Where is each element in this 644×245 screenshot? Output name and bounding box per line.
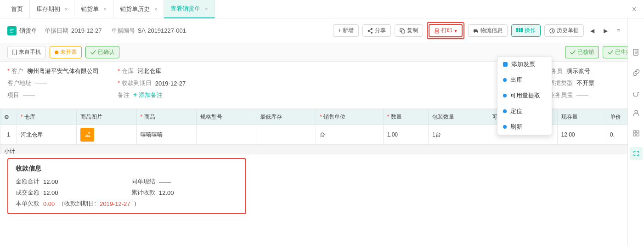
svg-rect-6 bbox=[516, 28, 518, 30]
subtotal-row: 小计 bbox=[0, 145, 644, 155]
from-phone-label: 来自手机 bbox=[19, 48, 41, 56]
doc-title-area: 销货单 bbox=[7, 26, 37, 35]
cumulative-payment-label: 累计收款 bbox=[131, 188, 155, 197]
dropdown-refresh[interactable]: 刷新 bbox=[497, 119, 552, 135]
project-field: 项目 —— bbox=[7, 91, 99, 99]
row-min-stock bbox=[256, 125, 316, 145]
doc-number-item: 单据编号 SA-20191227-001 bbox=[111, 27, 186, 35]
doc-type-label: 销货单 bbox=[19, 27, 37, 35]
dropdown-menu: 添加发票 出库 可用量提取 定位 刷新 bbox=[497, 56, 552, 135]
current-arrears-label: 本单欠款 bbox=[16, 199, 40, 208]
col-settings[interactable]: ⚙ bbox=[0, 109, 17, 125]
tab-check-sales-close[interactable]: × bbox=[205, 6, 208, 11]
tab-home[interactable]: 首页 bbox=[5, 0, 30, 18]
payment-section-title: 收款信息 bbox=[16, 165, 238, 173]
history-label: 历史单据 bbox=[557, 27, 579, 34]
sidebar-link-icon[interactable] bbox=[630, 66, 643, 79]
customer-addr-field: 客户地址 —— bbox=[7, 79, 99, 87]
customer-label: 客户 bbox=[7, 67, 23, 75]
payment-due-value: 2019-12-27 bbox=[155, 80, 186, 87]
row-product-img bbox=[77, 125, 136, 145]
row-sales-unit: 台 bbox=[316, 125, 383, 145]
window-close-icon[interactable]: × bbox=[632, 4, 637, 14]
share-button[interactable]: 分享 bbox=[362, 24, 391, 37]
row-quantity: 1.00 bbox=[383, 125, 428, 145]
svg-rect-8 bbox=[521, 28, 523, 30]
outbound-icon bbox=[503, 78, 507, 82]
tab-check-sales-label: 查看销货单 bbox=[170, 5, 200, 13]
customer-field: 客户 柳州粤港平安气体有限公司 bbox=[7, 67, 99, 75]
invoice-type-field: 票据类型 不开票 bbox=[545, 79, 637, 87]
svg-rect-22 bbox=[637, 134, 639, 136]
svg-rect-11 bbox=[521, 30, 523, 32]
svg-rect-20 bbox=[637, 131, 639, 133]
sidebar-expand-icon[interactable] bbox=[630, 147, 643, 160]
right-sidebar bbox=[627, 18, 644, 245]
add-remark-label: 添加备注 bbox=[139, 91, 163, 98]
svg-rect-19 bbox=[633, 131, 636, 133]
same-order-settle-label: 同单现结 bbox=[131, 177, 155, 186]
total-amount-value: 12.00 bbox=[43, 178, 58, 185]
sidebar-refresh-icon[interactable] bbox=[630, 86, 643, 99]
tab-sales-order-close[interactable]: × bbox=[103, 6, 106, 12]
warehouse-value: 河北仓库 bbox=[137, 67, 161, 75]
main-container: 销货单 单据日期 2019-12-27 单据编号 SA-20191227-001… bbox=[0, 18, 644, 245]
col-min-stock: 最低库存 bbox=[256, 109, 316, 125]
location-label: 定位 bbox=[510, 107, 522, 115]
logistics-button[interactable]: 物流信息 bbox=[468, 24, 508, 37]
sidebar-grid-icon[interactable] bbox=[630, 127, 643, 140]
col-product: 商品 bbox=[136, 109, 196, 125]
dropdown-location[interactable]: 定位 bbox=[497, 103, 552, 119]
customer-addr-label: 客户地址 bbox=[7, 79, 31, 87]
sidebar-user-icon[interactable] bbox=[630, 107, 643, 120]
list-view-button[interactable]: ≡ bbox=[614, 26, 623, 36]
history-button[interactable]: 历史单据 bbox=[544, 24, 584, 37]
col-quantity: 数量 bbox=[383, 109, 428, 125]
current-arrears-row: 本单欠款 0.00 （收款到期日: 2019-12-27 ） bbox=[16, 199, 238, 208]
tab-sales-history-close[interactable]: × bbox=[154, 6, 157, 12]
tab-inventory-init-close[interactable]: × bbox=[65, 6, 68, 12]
available-extract-label: 可用量提取 bbox=[510, 91, 540, 100]
tab-check-sales[interactable]: 查看销货单 × bbox=[164, 0, 215, 18]
next-button[interactable]: ▶ bbox=[601, 26, 610, 36]
svg-rect-1 bbox=[401, 30, 405, 33]
prev-button[interactable]: ◀ bbox=[588, 26, 597, 36]
available-extract-icon bbox=[503, 94, 507, 97]
salesperson2-field: 业务员孟 —— bbox=[545, 91, 637, 99]
dropdown-add-invoice[interactable]: 添加发票 bbox=[497, 57, 552, 72]
doc-type-icon bbox=[7, 26, 17, 35]
print-button[interactable]: 打印 ▾ bbox=[429, 24, 463, 37]
col-sales-unit: 销售单位 bbox=[316, 109, 383, 125]
warehouse-label: 仓库 bbox=[118, 67, 134, 75]
print-dropdown-arrow[interactable]: ▾ bbox=[454, 28, 457, 34]
copy-button[interactable]: 复制 bbox=[395, 24, 423, 37]
row-warehouse: 河北仓库 bbox=[17, 125, 77, 145]
tab-sales-history[interactable]: 销货单历史 × bbox=[113, 0, 164, 18]
add-remark-btn[interactable]: + 添加备注 bbox=[133, 91, 163, 99]
row-product: 嘻嘻嘻嘻 bbox=[136, 125, 196, 145]
tab-inventory-init[interactable]: 库存期初 × bbox=[30, 0, 74, 18]
dropdown-available-extract[interactable]: 可用量提取 bbox=[497, 88, 552, 103]
salesperson-field: 业务员 演示账号 bbox=[545, 67, 637, 75]
row-num: 1 bbox=[0, 125, 17, 145]
new-button[interactable]: + 新增 bbox=[333, 24, 359, 37]
tab-sales-order[interactable]: 销货单 × bbox=[74, 0, 113, 18]
col-pack-qty: 包装数量 bbox=[428, 109, 488, 125]
not-opened-button[interactable]: 未开票 bbox=[50, 46, 82, 58]
dropdown-outbound[interactable]: 出库 bbox=[497, 72, 552, 88]
toolbar: + 新增 分享 复制 打印 ▾ 物流信息 bbox=[333, 22, 637, 39]
svg-rect-10 bbox=[519, 30, 520, 32]
refresh-label: 刷新 bbox=[510, 123, 522, 131]
invoice-type-value: 不开票 bbox=[576, 79, 594, 87]
sidebar-document-icon[interactable] bbox=[630, 46, 643, 59]
col-current-stock: 现存量 bbox=[557, 109, 606, 125]
refresh-icon bbox=[503, 125, 507, 129]
svg-rect-21 bbox=[633, 134, 636, 136]
operations-button[interactable]: 操作 bbox=[511, 24, 541, 37]
svg-point-5 bbox=[477, 32, 478, 33]
cumulative-payment-row: 累计收款 12.00 bbox=[131, 188, 238, 197]
from-phone-button[interactable]: 来自手机 bbox=[7, 46, 46, 58]
confirm-button[interactable]: 已确认 bbox=[85, 46, 119, 58]
payment-due-label: 收款到期日 bbox=[118, 79, 152, 87]
status-sold-button[interactable]: 已核销 bbox=[565, 46, 599, 58]
